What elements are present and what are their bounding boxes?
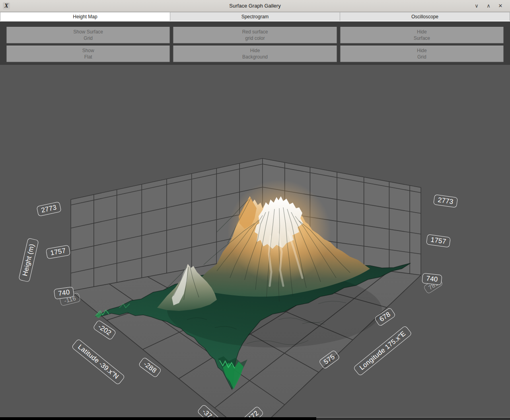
show-surface-grid-button[interactable]: Show Surface Grid xyxy=(6,27,170,43)
app-window: X Surface Graph Gallery ∨ ∧ ✕ Height Map… xyxy=(0,0,510,420)
bottom-edge-segment xyxy=(316,417,510,420)
button-label: Show Surface xyxy=(73,29,103,35)
button-label: Hide xyxy=(417,29,427,35)
close-icon[interactable]: ✕ xyxy=(496,2,504,10)
tab-height-map[interactable]: Height Map xyxy=(0,12,170,21)
hide-background-button[interactable]: Hide Background xyxy=(173,45,337,62)
button-label: Grid xyxy=(84,35,93,41)
window-title: Surface Graph Gallery xyxy=(0,3,510,9)
minimize-icon[interactable]: ∨ xyxy=(473,2,481,10)
tab-bar: Height Map Spectrogram Oscilloscope xyxy=(0,12,510,21)
tab-spectrogram[interactable]: Spectrogram xyxy=(170,12,340,21)
surface-plot-area: Height (m) 2773 1757 -116 740 2773 1757 … xyxy=(0,65,510,417)
title-bar: X Surface Graph Gallery ∨ ∧ ✕ xyxy=(0,0,510,12)
red-surface-grid-color-button[interactable]: Red surface grid color xyxy=(173,27,337,43)
hide-grid-button[interactable]: Hide Grid xyxy=(340,45,504,62)
window-controls: ∨ ∧ ✕ xyxy=(473,2,510,10)
maximize-icon[interactable]: ∧ xyxy=(485,2,492,10)
button-label: Surface xyxy=(414,35,430,41)
controls-panel: Show Surface Grid Red surface grid color… xyxy=(0,21,510,65)
button-label: grid color xyxy=(245,35,265,41)
button-label: Hide xyxy=(417,47,427,54)
height-axis-tick-right: 740 xyxy=(422,273,442,285)
tab-oscilloscope[interactable]: Oscilloscope xyxy=(340,12,510,21)
button-label: Grid xyxy=(417,54,426,60)
button-label: Hide xyxy=(250,47,260,54)
hide-surface-button[interactable]: Hide Surface xyxy=(340,27,504,43)
bottom-edge-strip xyxy=(0,417,510,420)
button-label: Show xyxy=(82,47,94,54)
button-label: Background xyxy=(242,54,268,60)
show-flat-button[interactable]: Show Flat xyxy=(6,45,170,62)
button-label: Flat xyxy=(84,54,92,60)
button-label: Red surface xyxy=(242,29,268,35)
